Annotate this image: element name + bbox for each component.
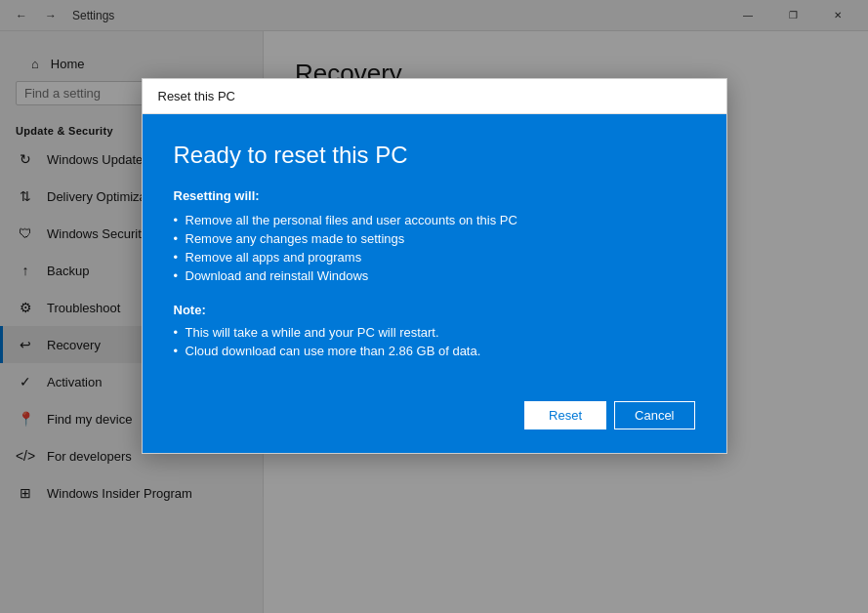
cancel-button[interactable]: Cancel bbox=[614, 401, 694, 429]
dialog-footer: Reset Cancel bbox=[143, 401, 726, 453]
reset-button[interactable]: Reset bbox=[524, 401, 606, 429]
dialog-titlebar: Reset this PC bbox=[143, 79, 726, 114]
note-label: Note: bbox=[174, 303, 695, 317]
list-item: Remove any changes made to settings bbox=[174, 229, 695, 248]
dialog-title: Ready to reset this PC bbox=[174, 142, 695, 169]
list-item: Cloud download can use more than 2.86 GB… bbox=[174, 342, 695, 360]
list-item: This will take a while and your PC will … bbox=[174, 323, 695, 342]
note-items-list: This will take a while and your PC will … bbox=[174, 323, 695, 360]
list-item: Download and reinstall Windows bbox=[174, 266, 695, 285]
dialog-body: Ready to reset this PC Resetting will: R… bbox=[143, 114, 726, 401]
resetting-will-label: Resetting will: bbox=[174, 188, 695, 203]
list-item: Remove all the personal files and user a… bbox=[174, 211, 695, 229]
resetting-items-list: Remove all the personal files and user a… bbox=[174, 211, 695, 285]
reset-dialog: Reset this PC Ready to reset this PC Res… bbox=[142, 78, 727, 454]
list-item: Remove all apps and programs bbox=[174, 248, 695, 266]
modal-overlay: Reset this PC Ready to reset this PC Res… bbox=[0, 0, 868, 613]
